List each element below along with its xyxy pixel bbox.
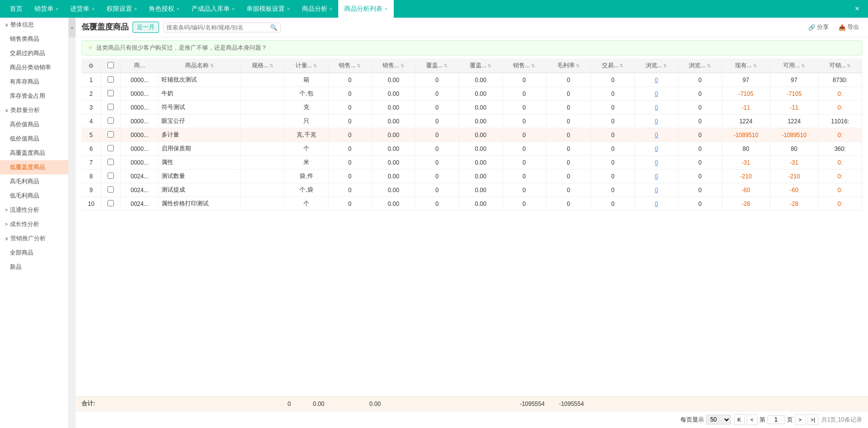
sidebar-item-低毛利商品[interactable]: 低毛利商品	[0, 189, 68, 203]
sidebar-section-成长性分析[interactable]: >成长性分析	[0, 217, 68, 231]
row-checkbox[interactable]	[108, 200, 114, 206]
nav-item-权限设置[interactable]: 权限设置 ×	[101, 0, 143, 18]
nav-item-产成品入库单[interactable]: 产成品入库单 ×	[186, 0, 241, 18]
cell-browse1[interactable]: 0	[635, 156, 678, 170]
nav-item-角色授权[interactable]: 角色授权 ×	[143, 0, 185, 18]
nav-item-商品分析[interactable]: 商品分析 ×	[296, 0, 338, 18]
column-header-cover1[interactable]: 覆盖... ⇅	[415, 58, 459, 73]
nav-close-icon[interactable]: ×	[91, 6, 94, 12]
close-window-button[interactable]: ×	[850, 2, 864, 16]
column-header-unit[interactable]: 计量... ⇅	[285, 58, 328, 73]
sidebar-section-流通性分析[interactable]: >流通性分析	[0, 203, 68, 217]
share-button[interactable]: 🔗 分享	[805, 22, 832, 32]
cell-sales_qty: 0	[328, 87, 372, 101]
column-header-available[interactable]: 可用... ⇅	[770, 58, 818, 73]
column-header-current[interactable]: 现有... ⇅	[722, 58, 770, 73]
last-page-button[interactable]: >|	[808, 414, 818, 425]
column-header-sales3[interactable]: 销售... ⇅	[502, 58, 546, 73]
export-button[interactable]: 📤 导出	[836, 22, 862, 32]
cell-browse1[interactable]: 0	[635, 114, 678, 128]
row-checkbox[interactable]	[108, 159, 114, 165]
row-checkbox[interactable]	[108, 145, 114, 151]
cell-cover2: 0.00	[459, 101, 503, 114]
next-page-button[interactable]: >	[795, 414, 806, 425]
row-checkbox[interactable]	[108, 117, 114, 124]
settings-icon[interactable]: ⚙	[88, 62, 94, 69]
row-checkbox[interactable]	[108, 131, 114, 138]
cell-browse1[interactable]: 0	[635, 197, 678, 211]
sidebar-item-高覆盖度商品[interactable]: 高覆盖度商品	[0, 146, 68, 160]
column-header-cover2[interactable]: 覆盖... ⇅	[459, 58, 503, 73]
sidebar-section-类群量分析[interactable]: ∨类群量分析	[0, 103, 68, 117]
sidebar-item-高价值商品[interactable]: 高价值商品	[0, 117, 68, 132]
cell-checkbox	[101, 142, 121, 156]
nav-close-icon[interactable]: ×	[287, 6, 290, 12]
cell-browse1[interactable]: 0	[635, 101, 678, 114]
column-header-browse2[interactable]: 浏览... ⇅	[678, 58, 722, 73]
per-page-select[interactable]: 50 100 200	[706, 415, 731, 425]
column-header-sales_qty[interactable]: 销售... ⇅	[328, 58, 372, 73]
nav-item-单据模板设置[interactable]: 单据模板设置 ×	[241, 0, 296, 18]
nav-close-icon[interactable]: ×	[329, 6, 332, 12]
row-checkbox[interactable]	[108, 90, 114, 96]
nav-close-icon[interactable]: ×	[232, 6, 235, 12]
cell-browse1[interactable]: 0	[635, 170, 678, 183]
select-all-checkbox[interactable]	[108, 62, 114, 68]
row-checkbox[interactable]	[108, 172, 114, 179]
sidebar-section-整体信息[interactable]: ∨整体信息	[0, 18, 68, 32]
nav-close-icon[interactable]: ×	[134, 6, 137, 12]
column-header-settings[interactable]: ⚙	[81, 58, 101, 73]
sort-icon: ⇅	[399, 63, 405, 68]
nav-item-进货单[interactable]: 进货单 ×	[64, 0, 100, 18]
cell-browse2: 0	[678, 73, 722, 87]
cell-sellable: 360:	[818, 142, 862, 156]
nav-item-首页[interactable]: 首页	[4, 0, 28, 18]
table-footer: 合计: 00.000.00-1095554-1095554	[76, 396, 868, 411]
column-header-spec[interactable]: 规格... ⇅	[241, 58, 285, 73]
cell-browse1[interactable]: 0	[635, 128, 678, 142]
search-input[interactable]	[166, 24, 268, 31]
cell-cover1: 0	[415, 170, 459, 183]
nav-close-icon[interactable]: ×	[384, 6, 387, 12]
search-box[interactable]: 🔍	[163, 23, 281, 32]
column-header-browse1[interactable]: 浏览... ⇅	[635, 58, 678, 73]
column-header-sales_amt[interactable]: 销售... ⇅	[372, 58, 415, 73]
nav-item-销货单[interactable]: 销货单 ×	[28, 0, 64, 18]
nav-item-商品分析列表[interactable]: 商品分析列表 ×	[338, 0, 393, 18]
sidebar-section-营销推广分析[interactable]: ∨营销推广分析	[0, 231, 68, 246]
sidebar-item-高毛利商品[interactable]: 高毛利商品	[0, 174, 68, 189]
cell-sales_qty: 0	[328, 170, 372, 183]
sidebar-item-商品分类动销率[interactable]: 商品分类动销率	[0, 60, 68, 75]
first-page-button[interactable]: K	[734, 414, 745, 425]
page-number-input[interactable]	[767, 415, 785, 424]
nav-close-icon[interactable]: ×	[55, 6, 58, 12]
sidebar-item-销售类商品[interactable]: 销售类商品	[0, 32, 68, 46]
sidebar-collapse-button[interactable]: «	[69, 18, 76, 37]
row-checkbox[interactable]	[108, 104, 114, 110]
nav-close-icon[interactable]: ×	[176, 6, 179, 12]
cell-browse1[interactable]: 0	[635, 142, 678, 156]
sidebar-item-库存资金占用[interactable]: 库存资金占用	[0, 89, 68, 103]
table-row: 80024...测试数量袋,件00.0000.0000000-210-2100:	[81, 170, 862, 183]
column-header-code[interactable]: 商...	[121, 58, 159, 73]
sidebar-item-低覆盖度商品[interactable]: 低覆盖度商品	[0, 160, 68, 174]
cell-spec	[241, 73, 285, 87]
sidebar-item-有库存商品[interactable]: 有库存商品	[0, 75, 68, 89]
row-checkbox[interactable]	[108, 76, 114, 83]
row-checkbox[interactable]	[108, 186, 114, 193]
sidebar-item-新品[interactable]: 新品	[0, 260, 68, 274]
sidebar-item-交易过的商品[interactable]: 交易过的商品	[0, 46, 68, 60]
column-header-name[interactable]: 商品名称 ⇅	[159, 58, 241, 73]
sidebar-item-低价值商品[interactable]: 低价值商品	[0, 132, 68, 146]
cell-browse1[interactable]: 0	[635, 87, 678, 101]
cell-browse1[interactable]: 0	[635, 183, 678, 197]
cell-current: 1224	[722, 114, 770, 128]
cell-browse1[interactable]: 0	[635, 73, 678, 87]
period-button[interactable]: 近一月	[133, 22, 159, 33]
column-header-gross[interactable]: 毛利率 ⇅	[546, 58, 591, 73]
prev-page-button[interactable]: <	[747, 414, 758, 425]
sidebar-item-全部商品[interactable]: 全部商品	[0, 246, 68, 260]
column-header-sellable[interactable]: 可销... ⇅	[818, 58, 862, 73]
column-header-trade[interactable]: 交易... ⇅	[591, 58, 635, 73]
column-header-checkbox[interactable]	[101, 58, 121, 73]
